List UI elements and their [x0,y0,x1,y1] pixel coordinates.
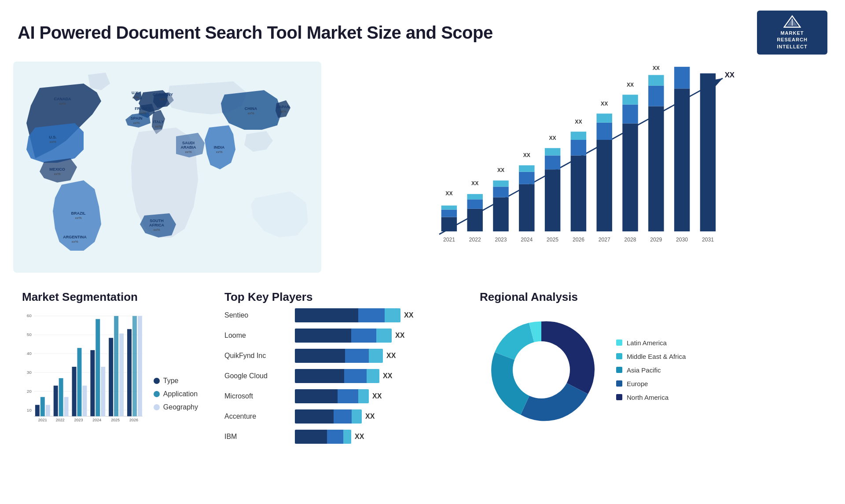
bar-2021-seg1 [441,217,457,232]
svg-text:2030: 2030 [676,237,688,243]
svg-text:2029: 2029 [650,237,662,243]
svg-text:2024: 2024 [521,237,533,243]
svg-text:2021: 2021 [38,418,47,423]
svg-text:2023: 2023 [495,237,507,243]
player-bar-seg3-2 [369,349,383,363]
svg-rect-57 [40,397,45,416]
player-bar-seg2-1 [351,329,376,343]
svg-rect-56 [35,405,40,416]
svg-text:XX: XX [497,167,504,173]
svg-text:xx%: xx% [132,95,139,99]
player-bar-seg3-5 [352,409,362,424]
segmentation-title: Market Segmentation [22,290,198,304]
player-row: QuikFynd Inc XX [224,349,453,363]
player-value-5: XX [365,413,375,420]
svg-text:xx%: xx% [133,121,140,125]
player-value-1: XX [395,332,404,340]
india-label: INDIA [214,145,225,150]
player-bar-seg3-0 [385,308,400,322]
player-bar-6 [295,430,351,444]
player-bar-seg2-2 [345,349,369,363]
regional-section: Regional Analysis [471,286,832,497]
seg-svg: 60 50 40 30 20 10 [22,308,145,423]
svg-text:XX: XX [549,135,556,141]
bar-2026-seg1 [571,156,586,232]
player-bar-wrap-2: XX [295,349,453,363]
player-value-4: XX [372,392,382,400]
legend-north-america-label: North America [627,394,669,401]
player-value-0: XX [404,311,413,319]
svg-text:30: 30 [27,370,32,375]
svg-text:xx%: xx% [159,97,166,101]
svg-text:2028: 2028 [625,237,636,243]
us-label: U.S. [49,135,57,139]
spain-label: SPAIN [131,116,143,121]
bar-2021-seg3 [441,206,457,210]
bar-2028-seg1 [622,124,638,231]
legend-mea: Middle East & Africa [616,353,686,360]
south-africa-label: SOUTH [150,219,164,223]
bar-2027-seg3 [596,113,612,123]
player-name-2: QuikFynd Inc [224,352,290,360]
player-row: IBM XX [224,430,453,444]
bar-2027-seg2 [596,123,612,140]
legend-application-label: Application [163,390,198,398]
svg-text:XX: XX [445,190,452,197]
legend-europe-dot [616,380,622,387]
segmentation-section: Market Segmentation 60 50 40 30 20 10 [13,286,207,497]
legend-north-america: North America [616,394,686,401]
japan-label: JAPAN [276,105,290,109]
bar-2022-seg1 [467,209,482,231]
svg-rect-64 [72,367,77,416]
svg-text:xx%: xx% [279,110,286,113]
arrow-xx-label: XX [725,71,735,79]
legend-geography: Geography [154,403,198,411]
player-bar-seg3-4 [358,389,369,403]
svg-rect-74 [119,333,124,416]
france-label: FRANCE [135,106,151,111]
bar-2023-seg3 [493,181,508,187]
bar-2022-seg2 [467,200,482,209]
saudi-label: SAUDI [182,141,195,145]
svg-text:2024: 2024 [92,418,101,423]
svg-rect-73 [114,316,118,416]
svg-text:xx%: xx% [153,228,160,232]
regional-legend: Latin America Middle East & Africa Asia … [616,339,686,401]
legend-geography-dot [154,404,160,410]
world-map: CANADA xx% U.S. xx% MEXICO xx% BRAZIL xx… [13,62,321,273]
player-row: Google Cloud XX [224,369,453,383]
svg-text:xx%: xx% [155,124,162,128]
svg-rect-76 [127,329,132,416]
svg-text:xx%: xx% [75,216,81,220]
player-bar-seg2-3 [344,369,367,383]
svg-rect-66 [82,386,87,416]
uk-label: U.K. [132,91,140,95]
segmentation-legend: Type Application Geography [154,377,198,424]
legend-latin-america-dot [616,340,622,346]
svg-text:20: 20 [27,389,32,394]
logo-icon [783,15,801,28]
svg-text:XX: XX [653,66,660,71]
players-title: Top Key Players [224,290,453,304]
svg-text:xx%: xx% [59,102,66,106]
svg-text:XX: XX [575,119,582,125]
player-name-4: Microsoft [224,392,290,400]
player-bar-4 [295,389,369,403]
svg-text:xx%: xx% [185,150,191,154]
svg-text:2022: 2022 [56,418,65,423]
player-bar-seg3-6 [343,430,351,444]
svg-text:xx%: xx% [49,140,56,144]
bar-2029-seg2 [648,86,664,106]
player-name-5: Accenture [224,413,290,420]
player-bar-seg2-0 [358,308,385,322]
svg-text:2026: 2026 [573,237,584,243]
legend-application-dot [154,391,160,397]
player-row: Sentieo XX [224,308,453,322]
svg-text:2025: 2025 [111,418,120,423]
mexico-label: MEXICO [49,167,65,172]
player-bar-seg1-2 [295,349,345,363]
svg-rect-72 [109,338,113,416]
segmentation-svg-wrap: 60 50 40 30 20 10 [22,308,145,424]
svg-text:2022: 2022 [469,237,481,243]
svg-text:2025: 2025 [547,237,558,243]
